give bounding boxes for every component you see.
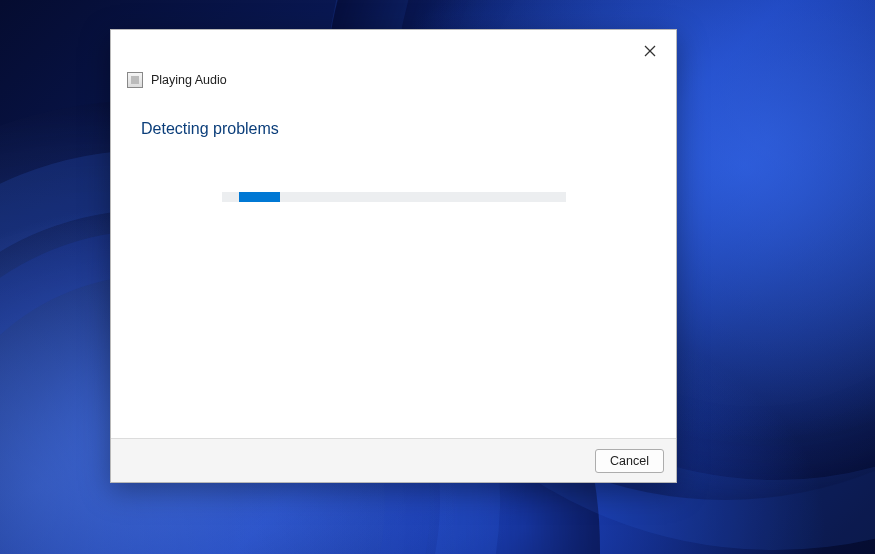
dialog-header: Playing Audio [111, 72, 676, 88]
dialog-footer: Cancel [111, 438, 676, 482]
progress-bar [222, 192, 566, 202]
close-button[interactable] [632, 36, 668, 66]
status-heading: Detecting problems [141, 120, 646, 138]
troubleshooter-icon [127, 72, 143, 88]
progress-track [222, 192, 566, 202]
progress-chunk [239, 192, 280, 202]
dialog-title: Playing Audio [151, 73, 227, 87]
troubleshooter-dialog: Playing Audio Detecting problems Cancel [110, 29, 677, 483]
dialog-content: Detecting problems [111, 88, 676, 438]
titlebar [111, 30, 676, 66]
cancel-button[interactable]: Cancel [595, 449, 664, 473]
close-icon [644, 45, 656, 57]
